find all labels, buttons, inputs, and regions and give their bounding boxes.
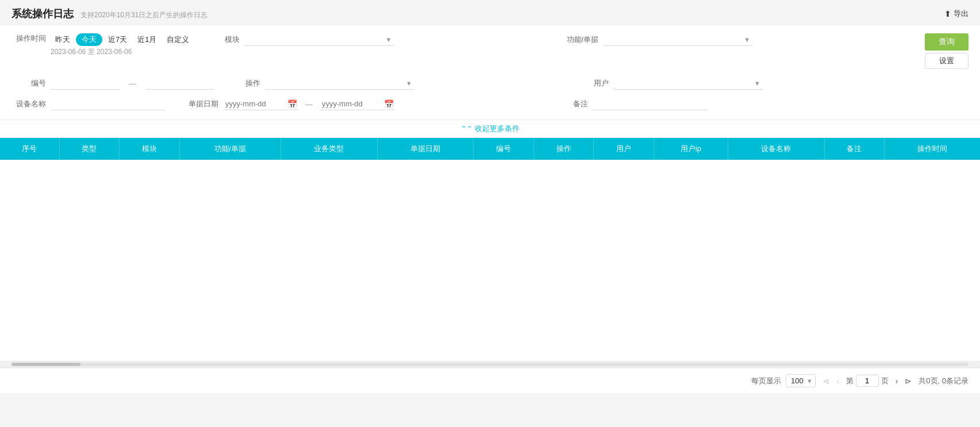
op-select-wrapper: ▼ [265, 77, 414, 90]
action-buttons: 查询 设置 [911, 33, 969, 69]
page-label: 第 [846, 376, 854, 386]
module-select-wrapper: ▼ [244, 33, 394, 46]
filter-row-1: 操作时间 昨天 今天 近7天 近1月 自定义 2023-06-06 至 2023… [11, 33, 969, 69]
scrollbar-track[interactable] [11, 363, 969, 366]
col-header-no: 编号 [474, 138, 533, 160]
table-section: 序号 类型 模块 功能/单据 业务类型 单据日期 编号 操作 用户 用户ip 设… [0, 138, 980, 361]
scrollbar-area [0, 361, 980, 368]
export-button[interactable]: ⬆ 导出 [944, 9, 969, 19]
operation-time-filter: 操作时间 昨天 今天 近7天 近1月 自定义 2023-06-06 至 2023… [11, 33, 194, 57]
remark-filter: 备注 [542, 98, 912, 110]
collapse-label: 收起更多条件 [475, 124, 520, 134]
page-input-group: 第 页 [846, 375, 889, 387]
calendar-start-icon[interactable]: 📅 [286, 99, 298, 109]
module-select[interactable] [244, 33, 394, 45]
per-page-select[interactable]: 50 100 200 [786, 375, 815, 387]
prev-page-button[interactable]: ‹ [834, 375, 841, 387]
operation-time-label: 操作时间 [11, 33, 46, 44]
per-page-label: 每页显示 [751, 376, 781, 386]
table-header-row: 序号 类型 模块 功能/单据 业务类型 单据日期 编号 操作 用户 用户ip 设… [0, 138, 980, 160]
col-header-remark: 备注 [824, 138, 884, 160]
date-end-wrapper: 📅 [320, 98, 395, 110]
date-btn-today[interactable]: 今天 [76, 33, 102, 46]
query-button[interactable]: 查询 [925, 33, 969, 51]
remark-input[interactable] [593, 98, 708, 110]
no-dash: — [124, 79, 141, 88]
date-range-dash: — [301, 100, 317, 109]
pagination: 每页显示 50 100 200 ▼ ⊲ ‹ 第 页 › ⊳ 共0页, 0条记录 [0, 368, 980, 393]
filter-row-2: 编号 — 操作 ▼ 用户 ▼ [11, 77, 969, 90]
collapse-icon: ⌃⌃ [461, 125, 472, 133]
page-title: 系统操作日志 [11, 7, 74, 21]
no-input-end[interactable] [145, 77, 214, 90]
date-range-text: 2023-06-06 至 2023-06-06 [51, 47, 194, 57]
scrollbar-thumb[interactable] [11, 363, 80, 366]
last-page-button[interactable]: ⊳ [902, 375, 914, 387]
module-label: 模块 [205, 34, 240, 45]
per-page-select-wrapper: 50 100 200 ▼ [786, 374, 816, 387]
page-header: 系统操作日志 支持2020年10月31日之后产生的操作日志 ⬆ 导出 [0, 0, 980, 25]
pagination-nav-next: › ⊳ [893, 375, 914, 387]
date-btn-custom[interactable]: 自定义 [162, 33, 194, 46]
calendar-end-icon[interactable]: 📅 [383, 99, 395, 109]
op-select[interactable] [265, 77, 414, 89]
device-label: 设备名称 [11, 99, 46, 109]
col-header-optime: 操作时间 [884, 138, 980, 160]
col-header-seqno: 序号 [0, 138, 59, 160]
pagination-nav: ⊲ ‹ [820, 375, 841, 387]
col-header-biztype: 业务类型 [281, 138, 378, 160]
doc-date-label: 单据日期 [184, 99, 218, 109]
device-filter: 设备名称 [11, 98, 172, 110]
no-label: 编号 [11, 78, 46, 89]
no-filter: 编号 — [11, 77, 214, 90]
col-header-module: 模块 [120, 138, 179, 160]
collapse-bar[interactable]: ⌃⌃ 收起更多条件 [0, 120, 980, 138]
filter-row-3: 设备名称 单据日期 📅 — 📅 备注 [11, 98, 969, 110]
func-filter: 功能/单据 ▼ [552, 33, 911, 46]
page-subtitle: 支持2020年10月31日之后产生的操作日志 [80, 10, 207, 20]
func-select-wrapper: ▼ [603, 33, 752, 46]
table-header: 序号 类型 模块 功能/单据 业务类型 单据日期 编号 操作 用户 用户ip 设… [0, 138, 980, 160]
col-header-user: 用户 [594, 138, 654, 160]
pagination-total: 共0页, 0条记录 [918, 376, 969, 386]
op-filter: 操作 ▼ [214, 77, 563, 90]
doc-date-filter: 单据日期 📅 — 📅 [172, 98, 542, 110]
date-input-group: 📅 — 📅 [223, 98, 395, 110]
settings-button[interactable]: 设置 [925, 53, 969, 69]
next-page-button[interactable]: › [893, 375, 901, 387]
col-header-docdate: 单据日期 [377, 138, 474, 160]
user-select-wrapper: ▼ [613, 77, 763, 90]
page-suffix: 页 [881, 376, 889, 386]
func-label: 功能/单据 [564, 34, 598, 45]
date-btn-7days[interactable]: 近7天 [103, 33, 132, 46]
col-header-userip: 用户ip [654, 138, 728, 160]
user-select[interactable] [613, 77, 763, 89]
empty-area [0, 160, 980, 361]
page-input[interactable] [856, 375, 879, 387]
first-page-button[interactable]: ⊲ [820, 375, 832, 387]
remark-label: 备注 [554, 99, 588, 109]
user-filter: 用户 ▼ [563, 77, 911, 90]
user-label: 用户 [574, 78, 609, 89]
export-icon: ⬆ [944, 9, 951, 18]
no-input-start[interactable] [51, 77, 120, 90]
device-input[interactable] [51, 98, 166, 110]
col-header-op: 操作 [533, 138, 593, 160]
func-select[interactable] [603, 33, 752, 45]
col-header-device: 设备名称 [728, 138, 824, 160]
date-buttons-row: 昨天 今天 近7天 近1月 自定义 [51, 33, 194, 46]
date-btn-yesterday[interactable]: 昨天 [51, 33, 75, 46]
op-label: 操作 [226, 78, 260, 89]
date-start-wrapper: 📅 [223, 98, 298, 110]
col-header-func: 功能/单据 [179, 138, 280, 160]
export-label: 导出 [954, 9, 969, 19]
filter-section: 操作时间 昨天 今天 近7天 近1月 自定义 2023-06-06 至 2023… [0, 25, 980, 120]
date-btn-1month[interactable]: 近1月 [133, 33, 161, 46]
col-header-type: 类型 [59, 138, 119, 160]
date-end-input[interactable] [320, 98, 383, 110]
page-title-area: 系统操作日志 支持2020年10月31日之后产生的操作日志 [11, 7, 207, 21]
data-table: 序号 类型 模块 功能/单据 业务类型 单据日期 编号 操作 用户 用户ip 设… [0, 138, 980, 160]
date-start-input[interactable] [223, 98, 286, 110]
module-filter: 模块 ▼ [194, 33, 552, 46]
